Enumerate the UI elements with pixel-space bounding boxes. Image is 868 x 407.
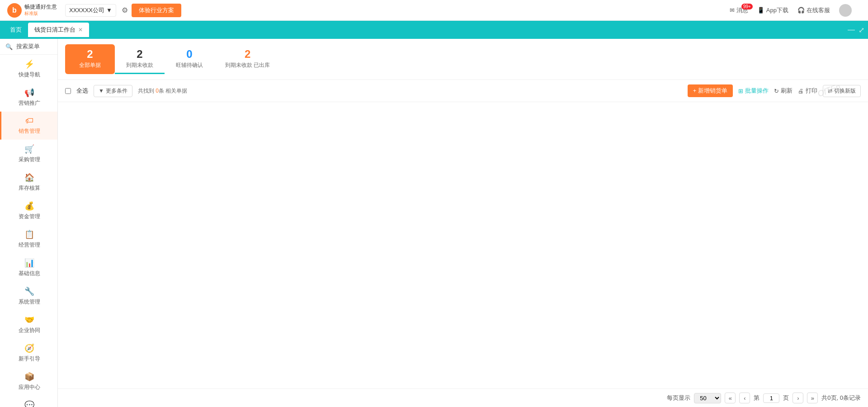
- sidebar-item-purchase[interactable]: 🛒 采购管理: [0, 140, 57, 168]
- sidebar-item-app-center[interactable]: 📦 应用中心: [0, 367, 57, 396]
- sidebar-item-label: 库存核算: [19, 184, 40, 192]
- pagination: 每页显示 50 10 20 100 « ‹ 第 页 ›: [58, 388, 868, 407]
- card-label-unshipped: 到期未收款 已出库: [225, 61, 270, 69]
- found-number: 0: [156, 88, 159, 94]
- table-area: [58, 102, 868, 388]
- prev-icon: ‹: [744, 395, 745, 402]
- next-icon: ›: [797, 395, 799, 402]
- download-icon: 📱: [757, 7, 764, 14]
- filter-icon: ▼: [99, 88, 104, 94]
- select-all-label: 全选: [76, 87, 88, 95]
- sidebar-item-system[interactable]: 🔧 系统管理: [0, 282, 57, 310]
- toolbar-right: + 新增销货单 ⊞ 批量操作 ↻ 刷新 🖨 打印 ⇄: [688, 84, 861, 97]
- new-order-button[interactable]: + 新增销货单: [688, 84, 733, 97]
- top-bar: b 畅捷通好生意 标准版 XXXXXX公司 ▼ ⚙ 体验行业方案 ✉ 消息 99…: [0, 0, 868, 21]
- nav-right-actions: — ⤢: [848, 26, 864, 34]
- search-label: 搜索菜单: [16, 42, 40, 51]
- system-icon: 🔧: [24, 286, 34, 296]
- page-input[interactable]: [763, 393, 779, 403]
- refresh-button[interactable]: ↻ 刷新: [774, 87, 793, 95]
- operations-icon: 📋: [24, 229, 34, 239]
- card-label-wangwang: 旺辅待确认: [176, 61, 203, 69]
- settings-icon[interactable]: ⚙: [122, 6, 128, 14]
- main-content: 2 全部单据 2 到期未收款 0 旺辅待确认 2 到期未收款 已出库: [58, 39, 868, 407]
- sidebar-search[interactable]: 🔍 搜索菜单: [0, 39, 57, 55]
- tab-workbench[interactable]: 钱货日清工作台 ✕: [28, 23, 89, 37]
- sidebar-item-basic-info[interactable]: 📊 基础信息: [0, 253, 57, 282]
- sidebar: 🔍 搜索菜单 ⚡ 快捷导航 📢 营销推广 🏷 销售管理 🛒 采购管理 🏠 库存核…: [0, 39, 58, 407]
- app-download-item[interactable]: 📱 App下载: [757, 6, 788, 14]
- guide-icon: 🧭: [24, 343, 34, 353]
- maximize-icon[interactable]: ⤢: [859, 26, 864, 34]
- select-all-checkbox[interactable]: [65, 88, 71, 94]
- sales-icon: 🏷: [25, 116, 33, 126]
- minimize-icon[interactable]: —: [848, 26, 855, 34]
- refresh-icon: ↻: [774, 88, 779, 94]
- batch-icon: ⊞: [738, 88, 743, 94]
- print-label: 打印: [806, 87, 817, 95]
- batch-operation-button[interactable]: ⊞ 批量操作: [738, 87, 769, 95]
- prev-page-button[interactable]: ‹: [739, 393, 750, 403]
- close-icon[interactable]: ✕: [78, 27, 83, 33]
- tab-home[interactable]: 首页: [4, 23, 28, 37]
- status-card-wangwang[interactable]: 0 旺辅待确认: [165, 44, 214, 74]
- sidebar-item-sales[interactable]: 🏷 销售管理: [0, 112, 57, 140]
- card-count-unshipped: 2: [245, 48, 250, 61]
- online-service-item[interactable]: 🎧 在线客服: [797, 6, 830, 14]
- sidebar-item-label: 销售管理: [19, 127, 40, 135]
- switch-icon: ⇄: [828, 88, 832, 94]
- logo: b 畅捷通好生意 标准版: [7, 3, 65, 18]
- online-service-label: 在线客服: [807, 6, 830, 14]
- batch-label: 批量操作: [745, 87, 769, 95]
- switch-label: 切换新版: [834, 87, 856, 95]
- found-count: 共找到 0条 相关单据: [138, 87, 187, 95]
- sidebar-item-label: 应用中心: [19, 384, 40, 391]
- message-item[interactable]: ✉ 消息 99+: [730, 6, 748, 14]
- logo-title: 畅捷通好生意: [24, 4, 57, 11]
- sidebar-item-label: 采购管理: [19, 156, 40, 164]
- message-icon: ✉: [730, 7, 735, 14]
- card-label-overdue: 到期未收款: [126, 61, 153, 69]
- sidebar-item-operations[interactable]: 📋 经营管理: [0, 225, 57, 253]
- sidebar-item-finance[interactable]: 💰 资金管理: [0, 196, 57, 225]
- sidebar-item-inventory[interactable]: 🏠 库存核算: [0, 168, 57, 196]
- card-count-wangwang: 0: [186, 48, 192, 61]
- toolbar: 全选 ▼ 更多条件 共找到 0条 相关单据 + 新增销货单 ⊞ 批量操作 ↻: [58, 80, 868, 102]
- last-page-button[interactable]: »: [807, 393, 818, 403]
- print-button[interactable]: 🖨 打印: [798, 87, 817, 95]
- next-page-button[interactable]: ›: [793, 393, 803, 403]
- sidebar-item-label: 系统管理: [19, 298, 40, 306]
- first-icon: «: [729, 395, 732, 402]
- switch-version-button[interactable]: ⇄ 切换新版: [823, 85, 861, 97]
- sidebar-item-label: 经营管理: [19, 241, 40, 249]
- sidebar-item-label: 营销推广: [19, 99, 40, 107]
- content-area: 2 全部单据 2 到期未收款 0 旺辅待确认 2 到期未收款 已出库: [58, 39, 868, 407]
- sidebar-item-cooperation[interactable]: 🤝 企业协同: [0, 310, 57, 339]
- basic-info-icon: 📊: [24, 258, 34, 268]
- status-cards: 2 全部单据 2 到期未收款 0 旺辅待确认 2 到期未收款 已出库: [58, 39, 868, 80]
- filter-button[interactable]: ▼ 更多条件: [94, 85, 132, 97]
- page-label: 第: [754, 394, 760, 402]
- company-selector[interactable]: XXXXXX公司 ▼: [65, 4, 116, 17]
- card-count-overdue: 2: [137, 48, 142, 61]
- first-page-button[interactable]: «: [725, 393, 736, 403]
- experience-button[interactable]: 体验行业方案: [132, 4, 181, 17]
- avatar[interactable]: [839, 4, 852, 17]
- sidebar-item-label: 企业协同: [19, 327, 40, 334]
- tab-workbench-label: 钱货日清工作台: [34, 26, 75, 34]
- sidebar-item-guide[interactable]: 🧭 新手引导: [0, 339, 57, 367]
- top-bar-actions: ⚙ 体验行业方案: [122, 4, 181, 17]
- sidebar-item-wechat[interactable]: 💬 企业微信: [0, 396, 57, 407]
- per-page-select[interactable]: 50 10 20 100: [694, 393, 721, 403]
- top-bar-right: ✉ 消息 99+ 📱 App下载 🎧 在线客服: [730, 4, 861, 17]
- tab-home-label: 首页: [10, 26, 22, 34]
- status-card-all[interactable]: 2 全部单据: [65, 44, 115, 74]
- sidebar-item-marketing[interactable]: 📢 营销推广: [0, 83, 57, 112]
- sidebar-item-quick-nav[interactable]: ⚡ 快捷导航: [0, 55, 57, 83]
- page-unit: 页: [783, 394, 789, 402]
- cooperation-icon: 🤝: [24, 315, 34, 325]
- status-card-unshipped[interactable]: 2 到期未收款 已出库: [214, 44, 281, 74]
- status-card-overdue[interactable]: 2 到期未收款: [115, 44, 165, 74]
- sidebar-item-label: 新手引导: [19, 355, 40, 363]
- marketing-icon: 📢: [24, 88, 34, 98]
